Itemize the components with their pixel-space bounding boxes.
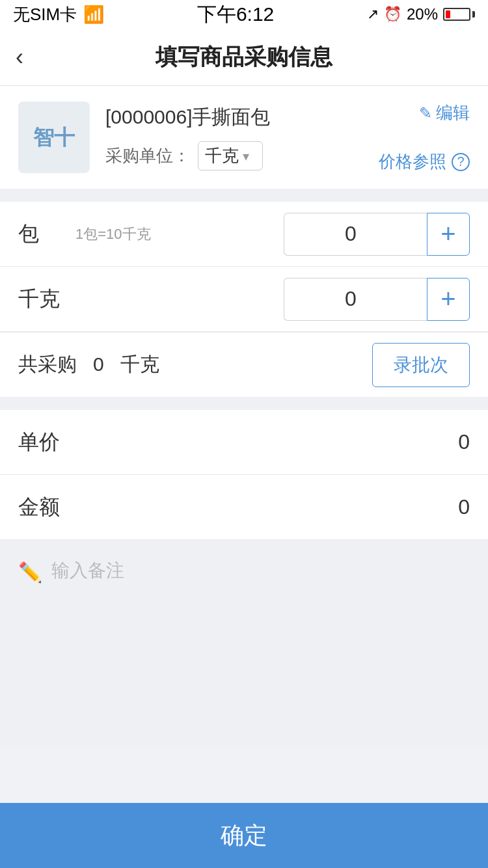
- unit-label: 采购单位：: [105, 144, 190, 167]
- unit-arrow-icon: ▾: [243, 148, 249, 164]
- page-title: 填写商品采购信息: [156, 42, 332, 72]
- total-unit: 千克: [120, 353, 159, 375]
- status-bar: 无SIM卡 📶 下午6:12 ↗ ⏰ 20%: [0, 0, 488, 29]
- remark-icon: ✏️: [18, 561, 42, 584]
- battery-percent: 20%: [407, 5, 438, 23]
- amount-value: 0: [458, 495, 470, 519]
- back-button[interactable]: ‹: [16, 44, 23, 71]
- record-batch-button[interactable]: 录批次: [372, 343, 470, 387]
- input-section: 包 1包=10千克 + 千克 +: [0, 202, 488, 332]
- carrier-label: 无SIM卡: [13, 3, 77, 26]
- product-card: 智十 [0000006]手撕面包 采购单位： 千克 ▾ ✎ 编辑 价格参照 ?: [0, 86, 488, 189]
- price-ref-label: 价格参照: [379, 150, 446, 173]
- unit-select[interactable]: 千克 ▾: [198, 141, 263, 170]
- bao-label: 包: [18, 220, 70, 249]
- edit-label: 编辑: [436, 102, 470, 124]
- confirm-label: 确定: [221, 820, 267, 852]
- kg-input-row: 千克 +: [0, 267, 488, 332]
- kg-field-wrap: +: [284, 278, 470, 321]
- divider-2: [0, 397, 488, 410]
- bao-input-row: 包 1包=10千克 +: [0, 202, 488, 267]
- price-info-section: 单价 0 金额 0: [0, 410, 488, 540]
- unit-price-row: 单价 0: [0, 410, 488, 475]
- kg-plus-button[interactable]: +: [427, 278, 470, 321]
- status-right: ↗ ⏰ 20%: [367, 5, 475, 23]
- bao-plus-button[interactable]: +: [427, 213, 470, 256]
- help-icon: ?: [452, 153, 470, 171]
- amount-row: 金额 0: [0, 475, 488, 540]
- unit-price-label: 单价: [18, 428, 60, 457]
- unit-value: 千克: [205, 144, 239, 167]
- edit-icon: ✎: [419, 104, 432, 122]
- total-row: 共采购 0 千克 录批次: [0, 332, 488, 397]
- battery-icon: [443, 8, 475, 21]
- unit-price-value: 0: [458, 430, 470, 454]
- edit-button[interactable]: ✎ 编辑: [419, 102, 470, 124]
- location-icon: ↗: [367, 6, 379, 23]
- kg-input[interactable]: [284, 278, 427, 321]
- nav-bar: ‹ 填写商品采购信息: [0, 29, 488, 86]
- status-left: 无SIM卡 📶: [13, 3, 104, 26]
- kg-label: 千克: [18, 285, 70, 314]
- amount-label: 金额: [18, 493, 60, 522]
- bao-sub-label: 1包=10千克: [75, 224, 151, 244]
- product-image: 智十: [18, 102, 90, 173]
- bao-input[interactable]: [284, 213, 427, 256]
- status-time: 下午6:12: [197, 1, 274, 28]
- total-label: 共采购 0 千克: [18, 351, 159, 378]
- remark-section[interactable]: ✏️ 输入备注: [0, 540, 488, 748]
- confirm-button[interactable]: 确定: [0, 803, 488, 868]
- alarm-icon: ⏰: [384, 6, 401, 23]
- product-name: [0000006]手撕面包: [105, 104, 470, 131]
- price-ref-button[interactable]: 价格参照 ?: [379, 150, 470, 173]
- wifi-icon: 📶: [83, 5, 104, 25]
- bao-field-wrap: +: [284, 213, 470, 256]
- divider-1: [0, 189, 488, 202]
- total-amount: 0: [93, 353, 104, 375]
- product-logo: 智十: [33, 125, 75, 150]
- remark-placeholder: 输入备注: [51, 558, 124, 583]
